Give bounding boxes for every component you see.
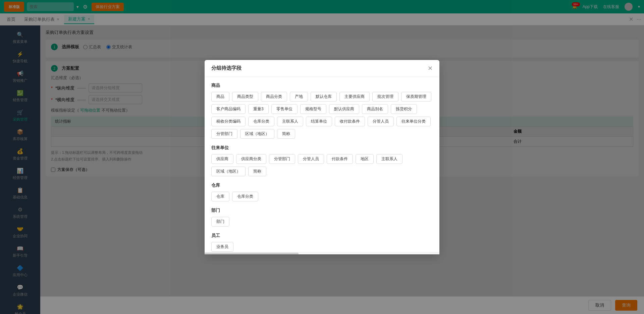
field-tags-warehouse: 仓库 仓库分类: [211, 192, 433, 201]
field-tag-product-9[interactable]: 重量3: [248, 104, 269, 114]
field-tag-warehouse-1[interactable]: 仓库分类: [232, 192, 258, 201]
field-tag-product-0[interactable]: 商品: [211, 92, 229, 102]
field-tag-product-12[interactable]: 默认供应商: [329, 104, 359, 114]
field-tag-employee-0[interactable]: 业务员: [211, 242, 233, 252]
field-tags-employee: 业务员: [211, 242, 433, 252]
field-tag-product-24[interactable]: 简称: [277, 129, 295, 139]
field-tag-product-7[interactable]: 保质期管理: [401, 92, 431, 102]
field-group-partner-title: 往来单位: [211, 145, 433, 151]
modal-header: 分组待选字段 ✕: [205, 60, 439, 77]
field-group-product-title: 商品: [211, 82, 433, 88]
field-tag-product-13[interactable]: 商品别名: [362, 104, 388, 114]
field-tag-partner-8[interactable]: 简称: [248, 167, 266, 176]
field-tag-product-8[interactable]: 客户商品编码: [211, 104, 246, 114]
field-tag-product-3[interactable]: 产地: [290, 92, 308, 102]
field-tag-partner-1[interactable]: 供应商分类: [236, 154, 266, 164]
field-tag-partner-6[interactable]: 主联系人: [376, 154, 402, 164]
field-tag-partner-0[interactable]: 供应商: [211, 154, 233, 164]
field-tags-dept: 部门: [211, 217, 433, 227]
field-tags-product: 商品 商品类型 商品分类 产地 默认仓库 主要供应商 批次管理 保质期管理 客户…: [211, 92, 433, 139]
field-group-product: 商品 商品 商品类型 商品分类 产地 默认仓库 主要供应商 批次管理 保质期管理…: [211, 82, 433, 139]
field-tag-product-5[interactable]: 主要供应商: [339, 92, 370, 102]
field-tag-product-21[interactable]: 往来单位分类: [396, 117, 431, 126]
field-tag-product-1[interactable]: 商品类型: [232, 92, 258, 102]
field-tag-partner-7[interactable]: 区域（地区）: [211, 167, 246, 176]
field-tag-partner-2[interactable]: 分管部门: [269, 154, 295, 164]
field-tag-product-22[interactable]: 分管部门: [211, 129, 237, 139]
field-tag-partner-4[interactable]: 付款条件: [327, 154, 353, 164]
field-group-employee-title: 员工: [211, 233, 433, 239]
field-tag-partner-3[interactable]: 分管人员: [298, 154, 324, 164]
field-group-warehouse-title: 仓库: [211, 182, 433, 188]
field-tag-product-11[interactable]: 规格型号: [300, 104, 326, 114]
field-tag-product-2[interactable]: 商品分类: [261, 92, 287, 102]
field-tag-product-17[interactable]: 主联系人: [277, 117, 303, 126]
field-tag-product-4[interactable]: 默认仓库: [311, 92, 337, 102]
field-tag-product-23[interactable]: 区域（地区）: [240, 129, 274, 139]
field-tag-partner-5[interactable]: 地区: [356, 154, 374, 164]
field-tag-product-15[interactable]: 税收分类编码: [211, 117, 246, 126]
field-group-dept: 部门 部门: [211, 207, 433, 227]
field-tag-product-16[interactable]: 仓库分类: [248, 117, 274, 126]
field-tag-product-19[interactable]: 收付款条件: [335, 117, 365, 126]
modal-hscroll-thumb: [205, 253, 299, 254]
field-group-warehouse: 仓库 仓库 仓库分类: [211, 182, 433, 201]
field-tag-product-18[interactable]: 结算单位: [306, 117, 332, 126]
modal-horizontal-scrollbar[interactable]: [205, 252, 439, 254]
field-tag-dept-0[interactable]: 部门: [211, 217, 229, 227]
modal-title: 分组待选字段: [211, 65, 241, 71]
modal-overlay: 分组待选字段 ✕ 商品 商品 商品类型 商品分类 产地 默认仓库 主要供应商 批…: [0, 0, 644, 314]
modal-body: 商品 商品 商品类型 商品分类 产地 默认仓库 主要供应商 批次管理 保质期管理…: [205, 77, 439, 252]
field-tags-partner: 供应商 供应商分类 分管部门 分管人员 付款条件 地区 主联系人 区域（地区） …: [211, 154, 433, 176]
field-group-employee: 员工 业务员: [211, 233, 433, 252]
field-tag-product-6[interactable]: 批次管理: [372, 92, 398, 102]
modal-close-button[interactable]: ✕: [428, 65, 433, 72]
field-tag-warehouse-0[interactable]: 仓库: [211, 192, 229, 201]
field-tag-product-14[interactable]: 拣货积分: [391, 104, 417, 114]
field-group-partner: 往来单位 供应商 供应商分类 分管部门 分管人员 付款条件 地区 主联系人 区域…: [211, 145, 433, 176]
field-group-dept-title: 部门: [211, 207, 433, 213]
modal-dialog: 分组待选字段 ✕ 商品 商品 商品类型 商品分类 产地 默认仓库 主要供应商 批…: [205, 60, 439, 254]
field-tag-product-10[interactable]: 零售单位: [271, 104, 298, 114]
field-tag-product-20[interactable]: 分管人员: [368, 117, 394, 126]
